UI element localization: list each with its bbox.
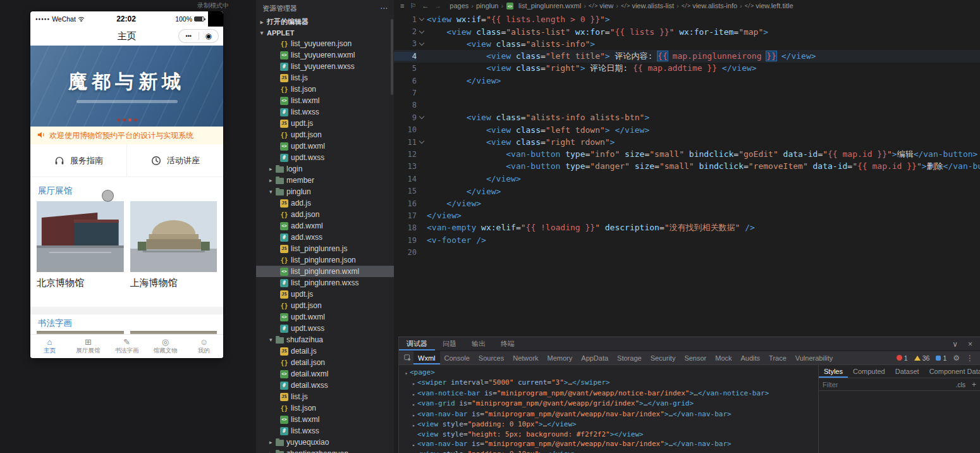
file-item[interactable]: {}list_yuyueren.json	[256, 38, 394, 49]
file-item[interactable]: <>list.wxml	[256, 414, 394, 425]
file-item[interactable]: JSlist.js	[256, 72, 394, 84]
bookmark-icon[interactable]: ⚐	[410, 3, 416, 9]
fold-chevron-icon[interactable]	[417, 25, 427, 37]
info-badge[interactable]: 1	[936, 354, 946, 362]
devtools-tab-wxml[interactable]: Wxml	[413, 351, 440, 364]
gear-icon[interactable]: ⚙	[953, 354, 960, 363]
breadcrumb-item[interactable]: pages	[450, 2, 469, 9]
breadcrumb-item[interactable]: pinglun	[476, 2, 498, 9]
folder-item[interactable]: ▸member	[256, 175, 394, 186]
wxml-node[interactable]: ▸<view style="padding: 0 10px">…</view>	[403, 450, 818, 453]
file-item[interactable]: {}list_pinglunren.json	[256, 254, 394, 266]
file-item[interactable]: JSupdt.js	[256, 118, 394, 129]
folder-item[interactable]: ▾shufazihua	[256, 334, 394, 345]
project-root-row[interactable]: ▾ APPLET	[256, 27, 394, 38]
panel-tab-终端[interactable]: 终端	[493, 337, 522, 351]
wxml-node[interactable]: ▾<page>	[403, 368, 818, 378]
file-item[interactable]: {}list.json	[256, 84, 394, 95]
kebab-menu-icon[interactable]: ⋮	[966, 354, 974, 363]
panel-tab-问题[interactable]: 问题	[435, 337, 464, 351]
breadcrumb-item[interactable]: <>list_pinglunren.wxml	[506, 2, 581, 10]
banner-swiper[interactable]: 魔都与新城	[30, 46, 223, 127]
back-icon[interactable]: ←	[422, 3, 429, 9]
file-item[interactable]: #updt.wxss	[256, 323, 394, 334]
chevron-right-icon[interactable]: ▸	[410, 410, 417, 420]
devtools-tab-sensor[interactable]: Sensor	[680, 351, 711, 364]
file-item[interactable]: <>detail.wxml	[256, 368, 394, 380]
devtools-tab-mock[interactable]: Mock	[711, 351, 736, 364]
fold-chevron-icon[interactable]	[417, 13, 427, 25]
fold-chevron-icon[interactable]	[417, 38, 427, 50]
cls-toggle-button[interactable]: .cls	[955, 381, 965, 388]
folder-item[interactable]: ▾pinglun	[256, 186, 394, 197]
devtools-tab-security[interactable]: Security	[646, 351, 680, 364]
panel-tab-输出[interactable]: 输出	[464, 337, 493, 351]
more-button[interactable]: •••	[179, 33, 199, 39]
file-item[interactable]: <>updt.wxml	[256, 311, 394, 323]
fold-chevron-icon[interactable]	[417, 111, 427, 123]
folder-item[interactable]: ▸zhantingzhanguan	[256, 448, 394, 453]
file-item[interactable]: {}list.json	[256, 402, 394, 414]
forward-icon[interactable]: →	[434, 3, 441, 9]
explorer-scrollbar[interactable]	[391, 19, 393, 95]
warning-badge[interactable]: 36	[914, 354, 930, 362]
styles-tab-styles[interactable]: Styles	[819, 365, 848, 378]
styles-tab-component-data[interactable]: Component Data	[924, 365, 980, 378]
file-item[interactable]: {}detail.json	[256, 357, 394, 368]
exit-button[interactable]: ◉	[199, 32, 219, 40]
inspect-element-icon[interactable]	[402, 354, 413, 362]
devtools-tab-vulnerability[interactable]: Vulnerability	[791, 351, 838, 364]
file-item[interactable]: #add.wxss	[256, 232, 394, 243]
wxml-node[interactable]: ▸<van-nav-bar is="miniprogram_npm/@vant/…	[403, 410, 818, 420]
file-item[interactable]: <>list.wxml	[256, 95, 394, 106]
file-item[interactable]: {}updt.json	[256, 129, 394, 140]
chevron-right-icon[interactable]: ▸	[410, 378, 417, 388]
breadcrumb-item[interactable]: </>view	[589, 2, 613, 9]
devtools-tab-appdata[interactable]: AppData	[577, 351, 613, 364]
error-badge[interactable]: 1	[897, 354, 908, 362]
file-item[interactable]: #detail.wxss	[256, 380, 394, 391]
tabbar-item-brush[interactable]: ✎书法字画	[107, 335, 146, 358]
wxml-node[interactable]: ▸<van-grid is="miniprogram_npm/@vant/wea…	[403, 399, 818, 409]
devtools-tab-memory[interactable]: Memory	[543, 351, 577, 364]
breadcrumb-item[interactable]: </>view.left.title	[745, 2, 793, 9]
wxml-node[interactable]: <view style="height: 5px; background: #f…	[403, 430, 818, 439]
capsule-menu[interactable]: ••• ◉	[178, 29, 219, 43]
file-item[interactable]: JSdetail.js	[256, 345, 394, 357]
wxml-node[interactable]: ▸<van-nav-bar is="miniprogram_npm/@vant/…	[403, 440, 818, 450]
devtools-tab-trace[interactable]: Trace	[764, 351, 791, 364]
file-item[interactable]: <>list_yuyueren.wxml	[256, 49, 394, 61]
file-item[interactable]: #list.wxss	[256, 106, 394, 118]
menu-icon[interactable]: ≡	[400, 3, 404, 9]
devtools-tab-console[interactable]: Console	[440, 351, 474, 364]
wxml-node[interactable]: ▸<van-notice-bar is="miniprogram_npm/@va…	[403, 389, 818, 399]
new-style-rule-button[interactable]: +	[972, 380, 976, 389]
chevron-down-icon[interactable]: ▾	[403, 368, 410, 378]
tabbar-item-home[interactable]: ⌂主页	[30, 335, 69, 358]
file-item[interactable]: #updt.wxss	[256, 152, 394, 163]
file-item[interactable]: {}add.json	[256, 209, 394, 220]
grid-item-headset[interactable]: 服务指南	[30, 144, 127, 177]
file-item[interactable]: #list_yuyueren.wxss	[256, 61, 394, 72]
fold-chevron-icon[interactable]	[417, 136, 427, 148]
file-item[interactable]: <>add.wxml	[256, 220, 394, 232]
more-actions-icon[interactable]: ⋯	[380, 4, 388, 13]
museum-card[interactable]: 上海博物馆	[130, 201, 217, 289]
devtools-tab-audits[interactable]: Audits	[737, 351, 765, 364]
close-panel-icon[interactable]: ×	[968, 340, 972, 349]
breadcrumb-item[interactable]: </>view.alists-list	[621, 2, 674, 9]
museum-card[interactable]: 北京博物馆	[37, 201, 124, 289]
grid-item-clock[interactable]: 活动讲座	[127, 144, 223, 177]
file-item[interactable]: #list.wxss	[256, 425, 394, 437]
chevron-right-icon[interactable]: ▸	[410, 420, 417, 430]
collapse-panel-icon[interactable]: ∨	[952, 340, 958, 349]
devtools-tab-storage[interactable]: Storage	[613, 351, 646, 364]
wxml-node[interactable]: ▸<view style="padding: 0 10px">…</view>	[403, 420, 818, 430]
file-item[interactable]: <>updt.wxml	[256, 140, 394, 152]
file-item[interactable]: JSlist.js	[256, 391, 394, 402]
tabbar-item-user[interactable]: ☺我的	[185, 335, 223, 358]
folder-item[interactable]: ▸login	[256, 163, 394, 175]
devtools-tab-network[interactable]: Network	[508, 351, 542, 364]
chevron-right-icon[interactable]: ▸	[410, 389, 417, 399]
breadcrumb-item[interactable]: </>view.alists-info	[682, 2, 737, 9]
